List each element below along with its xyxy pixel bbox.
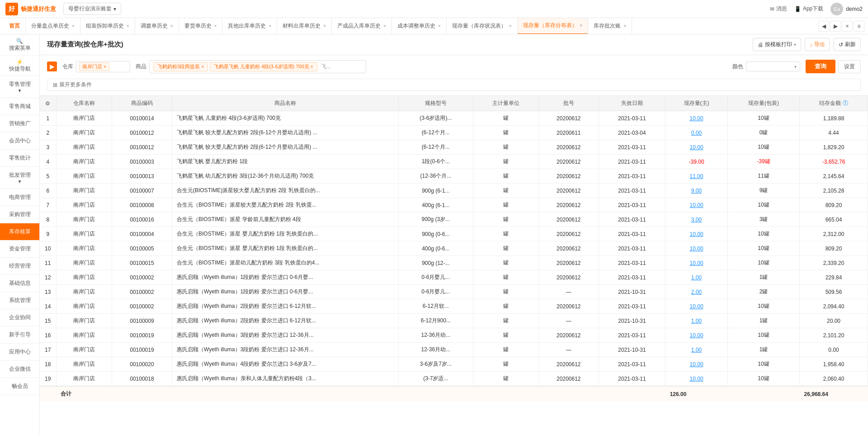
tab-zuhe-close[interactable]: ×: [127, 24, 129, 28]
product-tag-2-label: 飞鹤星飞帆 儿童奶粉 4段(3-6岁适用) 700克: [214, 63, 309, 70]
shop-label: 零售商城: [2, 103, 38, 110]
cell-unit: 罐: [473, 343, 538, 357]
sidebar-item-enterprise[interactable]: 企业协同: [0, 309, 39, 326]
cell-batch: 20200612: [538, 357, 599, 372]
tab-fenku-close[interactable]: ×: [72, 24, 75, 28]
sidebar-item-marketing[interactable]: 营销推广: [0, 115, 39, 132]
tab-cost-adj[interactable]: 成本调整单历史 ×: [392, 18, 447, 34]
cell-qty-pkg: 10罐: [727, 328, 799, 343]
cell-name: 惠氏启颐（Wyeth illuma）1段奶粉 爱尔兰进口 0-6月婴...: [172, 270, 398, 285]
print-btn[interactable]: 🖨 按模板打印 ▾: [753, 38, 801, 51]
tab-home[interactable]: 首页: [4, 18, 26, 34]
sidebar-item-apps[interactable]: 应用中心: [0, 344, 39, 361]
product-tags-area[interactable]: 飞鹤奶粉3段两提装 × 飞鹤星飞帆 儿童奶粉 4段(3-6岁适用) 700克 ×…: [149, 60, 366, 73]
guide-label: 新手引导: [2, 331, 38, 339]
tab-yaohuo[interactable]: 要货单历史 ×: [179, 18, 223, 34]
cell-qty-main[interactable]: 3.00: [665, 212, 728, 227]
tab-cost-close[interactable]: ×: [438, 24, 441, 28]
cell-qty-main[interactable]: 10.00: [665, 198, 728, 212]
sidebar-item-wechat[interactable]: 企业微信: [0, 361, 39, 378]
search-btn[interactable]: 查询: [806, 60, 835, 73]
cell-qty-main[interactable]: 10.00: [665, 111, 728, 126]
cell-qty-main[interactable]: 10.00: [665, 241, 728, 256]
ecommerce-label: 电商管理: [2, 193, 38, 201]
cell-qty-main[interactable]: 1.00: [665, 343, 728, 357]
refresh-btn[interactable]: ↺ 刷新: [834, 38, 861, 51]
tab-menu-btn[interactable]: ≡: [854, 21, 864, 32]
export-btn[interactable]: ↓ 导出: [805, 38, 830, 51]
sidebar-item-basic[interactable]: 基础信息: [0, 275, 39, 292]
cell-qty-main[interactable]: 10.00: [665, 140, 728, 155]
product-tag-2-close[interactable]: ×: [311, 64, 313, 69]
tab-kucun-status-close[interactable]: ×: [509, 24, 512, 28]
cell-expire: 2021-03-11: [599, 299, 665, 314]
cell-qty-main[interactable]: 2.00: [665, 285, 728, 299]
col-warehouse: 仓库名称: [56, 96, 112, 111]
warehouse-tag-container[interactable]: 南岸门店 ×: [76, 61, 130, 72]
tab-next-btn[interactable]: ▶: [830, 21, 841, 32]
cell-qty-main[interactable]: 10.00: [665, 227, 728, 241]
tab-tiaopo[interactable]: 调拨单历史 ×: [135, 18, 179, 34]
tab-kucun-batch[interactable]: 库存批次账 ×: [588, 18, 632, 34]
table-row: 18 南岸门店 00100020 惠氏启颐（Wyeth illuma）4段奶粉 …: [40, 357, 868, 372]
sidebar-item-guide[interactable]: 新手引导: [0, 326, 39, 344]
sidebar-item-search[interactable]: 🔍 搜索英单: [0, 34, 39, 56]
tab-fenku[interactable]: 分量盘点单历史 ×: [26, 18, 80, 34]
tab-chanpin-in[interactable]: 产成品入库单历史 ×: [332, 18, 392, 34]
app-download-btn[interactable]: 📱 App下载: [794, 5, 823, 13]
expand-conditions-btn[interactable]: ⊞ 展开更多条件: [47, 79, 861, 91]
sidebar-item-purchase[interactable]: 采购管理: [0, 206, 39, 223]
tab-close-all-btn[interactable]: ×: [842, 21, 853, 32]
tab-tiaopo-close[interactable]: ×: [170, 24, 173, 28]
sidebar-item-finance[interactable]: 资金管理: [0, 241, 39, 258]
warehouse-tag-1[interactable]: 南岸门店 ×: [79, 62, 109, 71]
tab-home-label: 首页: [9, 22, 20, 30]
sidebar-item-inventory[interactable]: 库存核算: [0, 223, 39, 241]
cell-qty-main[interactable]: 10.00: [665, 299, 728, 314]
tab-prev-btn[interactable]: ◀: [818, 21, 829, 32]
tab-kucun-batch-close[interactable]: ×: [623, 24, 626, 28]
sidebar-item-wholesale[interactable]: 批发管理 ▼: [0, 167, 39, 189]
product-tag-1-close[interactable]: ×: [201, 64, 204, 69]
sidebar-item-retail-stat[interactable]: 零售统计: [0, 150, 39, 167]
tab-fenku-label: 分量盘点单历史: [31, 22, 69, 30]
filter-area: ▶ 仓库 南岸门店 × 商品 飞鹤奶粉: [40, 55, 868, 96]
sidebar-item-retail[interactable]: 零售管理 ▼: [0, 76, 39, 98]
product-tag-more[interactable]: 飞...: [321, 63, 331, 71]
cell-qty-main[interactable]: 11.00: [665, 169, 728, 184]
col-setting[interactable]: ⚙: [40, 96, 56, 111]
sidebar-item-system[interactable]: 系统管理: [0, 292, 39, 309]
company-selector[interactable]: 母婴行业演示账套 ▾: [63, 3, 121, 15]
cell-qty-main[interactable]: 10.00: [665, 256, 728, 270]
tab-chanpin-close[interactable]: ×: [383, 24, 386, 28]
sidebar-item-vip[interactable]: 畅会员: [0, 378, 39, 395]
message-btn[interactable]: ✉ 消息: [770, 5, 787, 13]
tab-caizhi-close[interactable]: ×: [323, 24, 326, 28]
tab-zuhe[interactable]: 组装拆卸单历史 ×: [80, 18, 135, 34]
tab-kucun-dist-close[interactable]: ×: [580, 23, 583, 28]
cell-qty-main[interactable]: 1.00: [665, 314, 728, 328]
cell-qty-main[interactable]: 10.00: [665, 328, 728, 343]
cell-qty-main[interactable]: 1.00: [665, 270, 728, 285]
tab-kucun-status[interactable]: 现存量（库存状况表） ×: [447, 18, 518, 34]
sidebar-item-shop[interactable]: 零售商城: [0, 98, 39, 115]
warehouse-tag-1-close[interactable]: ×: [104, 64, 106, 69]
cell-qty-main[interactable]: 0.00: [665, 126, 728, 140]
sidebar-item-operations[interactable]: 经营管理: [0, 258, 39, 275]
cell-qty-main[interactable]: 10.00: [665, 357, 728, 372]
tab-other-out-close[interactable]: ×: [269, 24, 271, 28]
sidebar-item-quick[interactable]: ⚡ 快捷导航: [0, 56, 39, 76]
sidebar-item-member[interactable]: 会员中心: [0, 132, 39, 150]
tab-caizhi-out[interactable]: 材料出库单历史 ×: [277, 18, 332, 34]
color-select[interactable]: [746, 61, 800, 71]
set-btn[interactable]: 设置: [838, 60, 861, 73]
tab-kucun-dist[interactable]: 现存量（库存分布表） ×: [518, 18, 589, 34]
product-tag-1[interactable]: 飞鹤奶粉3段两提装 ×: [153, 62, 208, 71]
sidebar-item-ecommerce[interactable]: 电商管理: [0, 189, 39, 206]
product-tag-2[interactable]: 飞鹤星飞帆 儿童奶粉 4段(3-6岁适用) 700克 ×: [210, 62, 317, 71]
cell-qty-main[interactable]: 9.00: [665, 184, 728, 198]
cell-qty-main[interactable]: 10.00: [665, 372, 728, 387]
tab-other-out[interactable]: 其他出库单历史 ×: [222, 18, 277, 34]
expand-filter-btn[interactable]: ▶: [47, 61, 57, 71]
tab-yaohuo-close[interactable]: ×: [214, 24, 217, 28]
